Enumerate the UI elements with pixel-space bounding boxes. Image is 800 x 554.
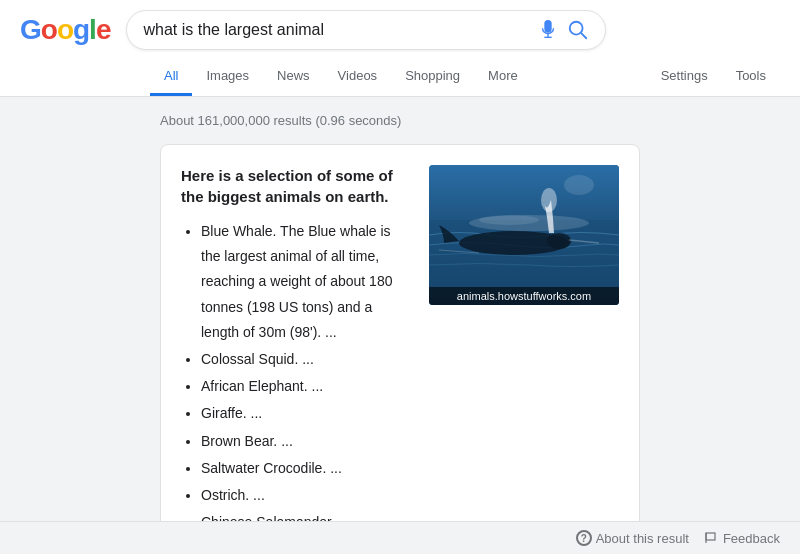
search-icon[interactable]: [567, 19, 589, 41]
about-result-label: About this result: [596, 531, 689, 546]
featured-image-wrapper: animals.howstuffworks.com: [429, 165, 619, 554]
search-input[interactable]: what is the largest animal: [143, 21, 527, 39]
featured-snippet-card: Here is a selection of some of the bigge…: [160, 144, 640, 554]
logo-l: l: [89, 14, 96, 45]
nav-tabs: All Images News Videos Shopping More: [150, 58, 532, 96]
google-logo[interactable]: Google: [20, 14, 110, 46]
water-lines: [429, 165, 619, 305]
svg-point-9: [547, 233, 571, 249]
header: Google what is the largest animal: [0, 0, 800, 97]
logo-e: e: [96, 14, 111, 45]
result-stats: About 161,000,000 results (0.96 seconds): [160, 113, 640, 128]
logo-o1: o: [41, 14, 57, 45]
list-item: Giraffe. ...: [201, 401, 413, 426]
featured-image[interactable]: animals.howstuffworks.com: [429, 165, 619, 305]
list-item: Blue Whale. The Blue whale is the larges…: [201, 219, 413, 345]
svg-point-10: [541, 188, 557, 212]
nav-bar: All Images News Videos Shopping More Set…: [20, 58, 780, 96]
nav-right: Settings Tools: [647, 58, 780, 96]
svg-point-11: [564, 175, 594, 195]
svg-rect-14: [706, 533, 715, 540]
footer-bar: ? About this result Feedback: [0, 521, 800, 554]
footer-feedback[interactable]: Feedback: [705, 531, 780, 546]
list-item: Saltwater Crocodile. ...: [201, 456, 413, 481]
featured-list: Blue Whale. The Blue whale is the larges…: [181, 219, 413, 535]
search-box[interactable]: what is the largest animal: [126, 10, 606, 50]
featured-content: Here is a selection of some of the bigge…: [181, 165, 413, 554]
list-item: Colossal Squid. ...: [201, 347, 413, 372]
tab-videos[interactable]: Videos: [324, 58, 392, 96]
mic-icon[interactable]: [537, 19, 559, 41]
tab-more[interactable]: More: [474, 58, 532, 96]
image-caption: animals.howstuffworks.com: [429, 287, 619, 305]
footer-about[interactable]: ? About this result: [576, 530, 689, 546]
header-top: Google what is the largest animal: [20, 10, 780, 58]
tab-all[interactable]: All: [150, 58, 192, 96]
tab-images[interactable]: Images: [192, 58, 263, 96]
main-content: About 161,000,000 results (0.96 seconds)…: [0, 97, 800, 554]
list-item: Brown Bear. ...: [201, 429, 413, 454]
tab-settings[interactable]: Settings: [647, 58, 722, 96]
tab-news[interactable]: News: [263, 58, 324, 96]
svg-line-3: [582, 33, 587, 38]
svg-point-7: [479, 215, 539, 225]
feedback-label: Feedback: [723, 531, 780, 546]
tab-shopping[interactable]: Shopping: [391, 58, 474, 96]
search-icons: [537, 19, 589, 41]
featured-title: Here is a selection of some of the bigge…: [181, 165, 413, 207]
logo-g2: g: [73, 14, 89, 45]
list-item: African Elephant. ...: [201, 374, 413, 399]
flag-icon: [705, 532, 719, 544]
help-icon: ?: [576, 530, 592, 546]
logo-g: G: [20, 14, 41, 45]
logo-o2: o: [57, 14, 73, 45]
list-item: Ostrich. ...: [201, 483, 413, 508]
tab-tools[interactable]: Tools: [722, 58, 780, 96]
